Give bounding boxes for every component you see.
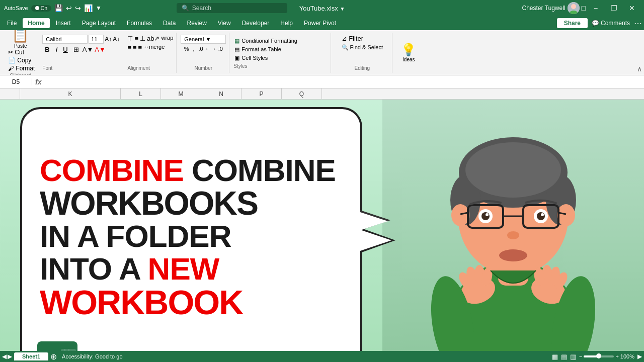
menu-developer[interactable]: Developer (237, 18, 275, 28)
col-header-q[interactable]: Q (282, 88, 322, 99)
styles-group: ▦ Conditional Formatting ▤ Format as Tab… (230, 33, 331, 73)
search-input[interactable] (192, 5, 273, 12)
align-center-icon[interactable]: ≡ (133, 44, 137, 51)
filename-dropdown[interactable]: ▼ (340, 6, 345, 12)
search-bar[interactable]: 🔍 (177, 3, 287, 13)
filename-text: YouTube.xlsx (299, 5, 338, 12)
fx-icon[interactable]: fx (35, 78, 41, 86)
align-right-icon[interactable]: ≡ (138, 44, 142, 51)
user-avatar[interactable] (568, 2, 580, 14)
add-sheet-button[interactable]: ⊕ (50, 352, 57, 361)
ribbon-display-icon[interactable]: □ (582, 4, 586, 12)
font-family-input[interactable]: Calibri (42, 35, 88, 44)
font-color-button[interactable]: A▼ (95, 46, 106, 53)
percent-icon[interactable]: % (183, 45, 191, 52)
menu-review[interactable]: Review (182, 18, 211, 28)
page-break-icon[interactable]: ▥ (570, 353, 576, 360)
zoom-slider-thumb[interactable] (596, 353, 601, 358)
undo-icon[interactable]: ↩ (66, 4, 72, 12)
font-increase-icon[interactable]: A↑ (105, 36, 112, 43)
sheet1-tab[interactable]: Sheet1 (14, 352, 48, 360)
filename: YouTube.xlsx ▼ (299, 5, 345, 12)
save-icon[interactable]: 💾 (54, 4, 63, 12)
menu-home[interactable]: Home (23, 18, 49, 28)
conditional-formatting-button[interactable]: ▦ Conditional Formatting (233, 37, 298, 45)
customize-icon[interactable]: ▼ (96, 5, 102, 12)
col-header-p[interactable]: P (242, 88, 282, 99)
menu-page-layout[interactable]: Page Layout (77, 18, 121, 28)
close-button[interactable]: ✕ (624, 0, 640, 16)
increase-decimal-icon[interactable]: .0→ (197, 45, 210, 52)
svg-point-33 (499, 249, 527, 261)
menu-insert[interactable]: Insert (51, 18, 76, 28)
col-header-m[interactable]: M (161, 88, 201, 99)
share-button[interactable]: Share (557, 18, 588, 28)
zoom-level: 100% (620, 353, 634, 359)
wrap-text-icon[interactable]: wrap (161, 35, 173, 42)
comments-label: Comments (601, 20, 630, 27)
underline-button[interactable]: U (61, 45, 69, 54)
merge-icon[interactable]: ↔merge (143, 44, 165, 51)
comma-icon[interactable]: , (191, 45, 196, 52)
page-layout-icon[interactable]: ▤ (561, 353, 567, 360)
cell-styles-button[interactable]: ▣ Cell Styles (233, 54, 269, 62)
decrease-decimal-icon[interactable]: ←.0 (211, 45, 224, 52)
normal-view-icon[interactable]: ▦ (552, 353, 558, 360)
sheet-tabs: Sheet1 (14, 352, 48, 360)
find-select-button[interactable]: 🔍 Find & Select (342, 44, 383, 51)
menu-formulas[interactable]: Formulas (122, 18, 157, 28)
align-top-icon[interactable]: ⊤ (127, 35, 133, 42)
bubble-line5: WORKBOOK (40, 285, 343, 319)
bold-button[interactable]: B (42, 45, 52, 54)
fill-color-button[interactable]: A▼ (83, 46, 94, 53)
filter-icon[interactable]: ⊿ Filter (342, 35, 383, 42)
vba-text: COMBINE (40, 153, 184, 188)
zoom-slider[interactable] (584, 355, 614, 357)
redo-icon[interactable]: ↪ (75, 4, 81, 12)
minimize-button[interactable]: − (588, 0, 604, 16)
menu-bar: File Home Insert Page Layout Formulas Da… (0, 16, 644, 30)
format-painter-icon[interactable]: 🖌 Format (8, 65, 35, 72)
scroll-right-icon[interactable]: ▶ (637, 353, 642, 360)
formula-input[interactable] (44, 78, 642, 85)
menu-help[interactable]: Help (275, 18, 298, 28)
cut-icon[interactable]: ✂ Cut (8, 49, 35, 56)
restore-button[interactable]: ❐ (606, 0, 622, 16)
ideas-button[interactable]: 💡 Ideas (401, 43, 416, 62)
avatar-svg (568, 2, 580, 14)
align-bottom-icon[interactable]: ⊥ (140, 35, 145, 42)
menu-power-pivot[interactable]: Power Pivot (299, 18, 341, 28)
number-format-input[interactable]: General ▼ (181, 35, 226, 44)
format-as-table-button[interactable]: ▤ Format as Table (233, 45, 282, 54)
zoom-plus-button[interactable]: + (615, 353, 618, 359)
more-options-icon[interactable]: ⋯ (634, 19, 642, 28)
font-size-input[interactable]: 11 (89, 35, 104, 44)
col-header-n[interactable]: N (201, 88, 242, 99)
fat-label: Format as Table (242, 46, 281, 52)
ribbon-collapse-button[interactable]: ∧ (637, 65, 642, 73)
align-left-icon[interactable]: ≡ (127, 44, 131, 51)
formula-icons: fx (32, 78, 44, 86)
font-decrease-icon[interactable]: A↓ (113, 36, 120, 43)
border-button[interactable]: ⊞ (71, 45, 81, 54)
align-middle-icon[interactable]: ≡ (134, 35, 138, 42)
comments-button[interactable]: 💬 Comments (592, 20, 630, 27)
orientation-icon[interactable]: ab↗ (147, 35, 159, 42)
close-icon: ✕ (629, 4, 635, 12)
menu-file[interactable]: File (2, 18, 22, 28)
italic-button[interactable]: I (54, 45, 60, 54)
svg-point-1 (571, 4, 576, 9)
menu-data[interactable]: Data (158, 18, 181, 28)
menu-view[interactable]: View (213, 18, 236, 28)
autosave-toggle[interactable]: On (31, 5, 51, 12)
col-header-l[interactable]: L (121, 88, 161, 99)
prev-sheet-button[interactable]: ◀ (2, 353, 7, 360)
restore-icon: ❐ (611, 4, 617, 12)
col-header-k[interactable]: K (20, 88, 121, 99)
paste-label[interactable]: Paste (14, 43, 27, 49)
zoom-minus-button[interactable]: − (579, 353, 582, 359)
cell-reference[interactable]: D5 (2, 78, 32, 85)
copy-icon[interactable]: 📄 Copy (8, 57, 35, 64)
editing-group: ⊿ Filter 🔍 Find & Select Editing (332, 33, 392, 73)
next-sheet-button[interactable]: ▶ (8, 353, 12, 360)
